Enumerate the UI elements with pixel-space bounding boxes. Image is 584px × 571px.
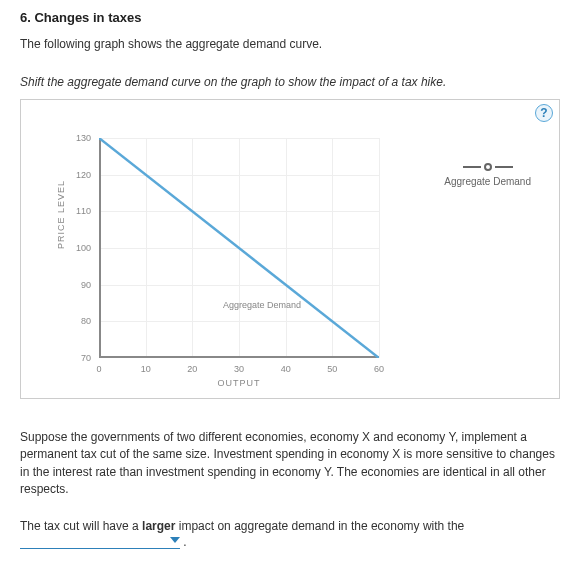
- y-tick: 130: [76, 133, 91, 143]
- x-axis-label: OUTPUT: [218, 378, 261, 388]
- question-instruction: Shift the aggregate demand curve on the …: [20, 75, 564, 89]
- answer-dropdown[interactable]: [20, 533, 180, 549]
- legend: Aggregate Demand: [444, 162, 531, 187]
- x-tick: 30: [234, 364, 244, 374]
- y-tick: 80: [81, 316, 91, 326]
- y-tick: 110: [76, 206, 91, 216]
- fill-bold: larger: [142, 519, 175, 533]
- legend-label: Aggregate Demand: [444, 176, 531, 187]
- y-tick: 100: [76, 243, 91, 253]
- question-heading: 6. Changes in taxes: [20, 10, 564, 25]
- x-tick: 50: [327, 364, 337, 374]
- legend-swatch-icon: [463, 162, 513, 172]
- graph-container: ? Aggregate Demand PRICE LEVEL 130 120 1…: [20, 99, 560, 399]
- y-axis-label: PRICE LEVEL: [56, 180, 66, 249]
- x-tick: 60: [374, 364, 384, 374]
- question-paragraph: Suppose the governments of two different…: [20, 429, 564, 499]
- y-tick: 70: [81, 353, 91, 363]
- plot-area: 130 120 110 100 90 80 70 0 10 20 30 40 5…: [99, 138, 379, 358]
- x-tick: 10: [141, 364, 151, 374]
- aggregate-demand-curve[interactable]: [99, 138, 379, 358]
- fill-end: .: [183, 535, 186, 549]
- y-tick: 90: [81, 280, 91, 290]
- fill-suffix: impact on aggregate demand in the econom…: [179, 519, 465, 533]
- fill-prefix: The tax cut will have a: [20, 519, 142, 533]
- curve-annotation: Aggregate Demand: [223, 300, 301, 310]
- help-button[interactable]: ?: [535, 104, 553, 122]
- fill-sentence: The tax cut will have a larger impact on…: [20, 519, 564, 549]
- svg-line-0: [99, 138, 379, 358]
- x-tick: 20: [187, 364, 197, 374]
- x-tick: 0: [96, 364, 101, 374]
- legend-hollow-circle-icon: [484, 163, 492, 171]
- x-tick: 40: [281, 364, 291, 374]
- y-tick: 120: [76, 170, 91, 180]
- question-intro: The following graph shows the aggregate …: [20, 37, 564, 51]
